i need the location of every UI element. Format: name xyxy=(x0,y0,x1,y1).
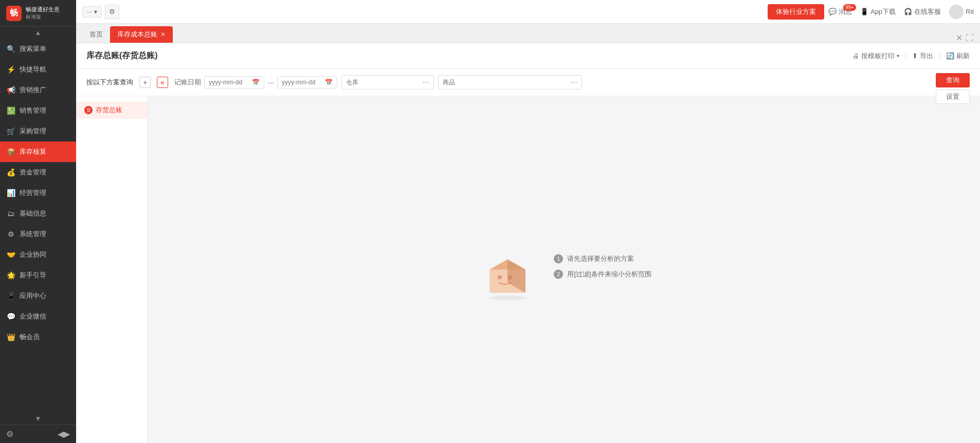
sidebar-item-operations[interactable]: 📊 经营管理 xyxy=(0,183,76,203)
date-start-input[interactable]: 📅 xyxy=(204,76,264,88)
divider xyxy=(905,51,906,61)
inventory-icon: 📦 xyxy=(6,147,15,156)
filter-settings-button[interactable]: 设置 xyxy=(936,90,970,104)
date-filter-field: 记账日期 📅 — 📅 xyxy=(174,76,337,88)
date-end-field[interactable] xyxy=(282,79,323,86)
app-download-icon: 📱 xyxy=(860,8,868,15)
sidebar-item-inventory[interactable]: 📦 库存核算 xyxy=(0,141,76,162)
tip-num-1: 1 xyxy=(554,254,563,263)
nav-scroll-down[interactable]: ▼ xyxy=(0,413,76,424)
refresh-button[interactable]: 🔄 刷新 xyxy=(946,51,970,61)
online-support-icon: 🎧 xyxy=(904,8,912,15)
online-support-button[interactable]: 🎧 在线客服 xyxy=(904,7,941,16)
main-area: ··· ▾ ⚙ 体验行业方案 💬 消息 99+ 📱 App下载 🎧 在线客服 R xyxy=(76,0,980,443)
scheme-item-label: 存货总账 xyxy=(96,105,122,115)
sidebar-item-app-center[interactable]: 📱 应用中心 xyxy=(0,286,76,306)
sidebar-item-label: 应用中心 xyxy=(20,291,46,300)
quick-nav-icon: ⚡ xyxy=(6,65,15,74)
app-name: 畅捷通好生意 xyxy=(26,6,60,13)
tab-inventory-cost[interactable]: 库存成本总账 ✕ xyxy=(110,26,173,43)
wechat-icon: 💬 xyxy=(6,312,15,321)
marketing-icon: 📢 xyxy=(6,85,15,95)
svg-point-3 xyxy=(498,275,502,279)
sidebar-item-search-menu[interactable]: 🔍 搜索菜单 xyxy=(0,39,76,59)
page-content: 库存总账(存货总账) 🖨 按模板打印 ▾ ⬆ 导出 🔄 刷新 xyxy=(76,43,980,443)
finance-icon: 💰 xyxy=(6,168,15,177)
enterprise-icon: 🤝 xyxy=(6,250,15,259)
filter-collapse-button[interactable]: « xyxy=(157,77,168,88)
tab-expand-icon[interactable]: ⛶ xyxy=(966,33,974,43)
tip-text-1: 请先选择要分析的方案 xyxy=(567,254,634,263)
export-icon: ⬆ xyxy=(912,52,918,60)
page-header-actions: 🖨 按模板打印 ▾ ⬆ 导出 🔄 刷新 xyxy=(852,51,970,61)
collapse-sidebar-icon[interactable]: ◀▶ xyxy=(58,429,70,439)
tab-home-label: 首页 xyxy=(89,30,103,39)
tip-text-2: 用[过滤]条件来缩小分析范围 xyxy=(567,270,651,279)
filter-actions: 查询 设置 xyxy=(936,73,970,104)
app-download-label: App下载 xyxy=(870,7,896,16)
sidebar-item-enterprise[interactable]: 🤝 企业协同 xyxy=(0,244,76,265)
sidebar-item-marketing[interactable]: 📢 营销推广 xyxy=(0,80,76,100)
search-menu-icon: 🔍 xyxy=(6,44,15,54)
sidebar-item-finance[interactable]: 💰 资金管理 xyxy=(0,162,76,183)
tab-inventory-cost-label: 库存成本总账 xyxy=(117,30,157,39)
sidebar-item-label: 资金管理 xyxy=(20,168,46,177)
app-download-button[interactable]: 📱 App下载 xyxy=(860,7,896,16)
print-dropdown-icon[interactable]: ▾ xyxy=(897,53,899,59)
sidebar-item-member[interactable]: 👑 畅会员 xyxy=(0,327,76,347)
purchase-icon: 🛒 xyxy=(6,127,15,136)
sidebar-item-label: 企业微信 xyxy=(20,312,46,321)
tip-item-2: 2 用[过滤]条件来缩小分析范围 xyxy=(554,270,651,279)
filter-add-button[interactable]: + xyxy=(139,77,151,88)
sidebar-bottom: ⚙ ◀▶ xyxy=(0,424,76,443)
sidebar-item-newbie[interactable]: 🌟 新手引导 xyxy=(0,265,76,286)
sidebar-item-label: 营销推广 xyxy=(20,85,46,95)
sidebar-item-label: 经营管理 xyxy=(20,188,46,198)
topbar: ··· ▾ ⚙ 体验行业方案 💬 消息 99+ 📱 App下载 🎧 在线客服 R xyxy=(76,0,980,24)
sidebar-item-wechat[interactable]: 💬 企业微信 xyxy=(0,306,76,327)
sidebar-item-sales[interactable]: 💹 销售管理 xyxy=(0,100,76,121)
breadcrumb-nav[interactable]: ··· ▾ xyxy=(82,6,102,17)
calendar-end-icon[interactable]: 📅 xyxy=(325,79,333,86)
sidebar-item-label: 销售管理 xyxy=(20,106,46,115)
date-end-input[interactable]: 📅 xyxy=(277,76,337,88)
tab-home[interactable]: 首页 xyxy=(82,26,110,43)
sidebar-item-quick-nav[interactable]: ⚡ 快捷导航 xyxy=(0,59,76,80)
calendar-start-icon[interactable]: 📅 xyxy=(252,79,260,86)
goods-select[interactable]: 商品 ··· xyxy=(438,75,582,90)
sidebar-item-basic-info[interactable]: 🗂 基础信息 xyxy=(0,203,76,224)
app-logo: 畅 畅捷通好生意 标准版 xyxy=(0,0,76,27)
sidebar-item-system[interactable]: ⚙ 系统管理 xyxy=(0,224,76,244)
print-label: 按模板打印 xyxy=(861,51,895,61)
tab-close-panel-icon[interactable]: ✕ xyxy=(956,33,963,43)
content-with-sidebar: 货 存货总账 xyxy=(76,96,980,443)
messages-button[interactable]: 💬 消息 99+ xyxy=(828,7,852,16)
refresh-label: 刷新 xyxy=(956,51,970,61)
sidebar-item-label: 基础信息 xyxy=(20,209,46,218)
topbar-right: 💬 消息 99+ 📱 App下载 🎧 在线客服 Rit xyxy=(828,5,974,19)
goods-label: 商品 xyxy=(443,78,455,87)
sidebar-item-purchase[interactable]: 🛒 采购管理 xyxy=(0,121,76,141)
print-button[interactable]: 🖨 按模板打印 ▾ xyxy=(852,51,899,61)
user-avatar[interactable]: Rit xyxy=(949,5,974,19)
promo-button[interactable]: 体验行业方案 xyxy=(768,4,824,20)
tip-item-1: 1 请先选择要分析的方案 xyxy=(554,254,651,263)
chevron-down-icon: ▾ xyxy=(94,8,97,15)
tab-close-icon[interactable]: ✕ xyxy=(160,31,166,38)
query-button[interactable]: 查询 xyxy=(936,73,970,87)
scheme-item-inventory-general[interactable]: 货 存货总账 xyxy=(76,101,148,119)
date-start-field[interactable] xyxy=(209,79,250,86)
warehouse-more-icon[interactable]: ··· xyxy=(423,78,429,87)
goods-more-icon[interactable]: ··· xyxy=(571,78,577,87)
logo-icon: 畅 xyxy=(6,6,22,21)
tabbar: 首页 库存成本总账 ✕ ✕ ⛶ xyxy=(76,24,980,43)
sidebar-item-label: 采购管理 xyxy=(20,127,46,136)
export-button[interactable]: ⬆ 导出 xyxy=(912,51,933,61)
sidebar-item-label: 系统管理 xyxy=(20,229,46,239)
topbar-settings-icon[interactable]: ⚙ xyxy=(105,5,119,19)
newbie-icon: 🌟 xyxy=(6,271,15,280)
warehouse-select[interactable]: 仓库 ··· xyxy=(341,75,434,90)
settings-bottom-icon[interactable]: ⚙ xyxy=(6,429,13,439)
app-center-icon: 📱 xyxy=(6,291,15,300)
nav-scroll-up[interactable]: ▲ xyxy=(0,27,76,39)
